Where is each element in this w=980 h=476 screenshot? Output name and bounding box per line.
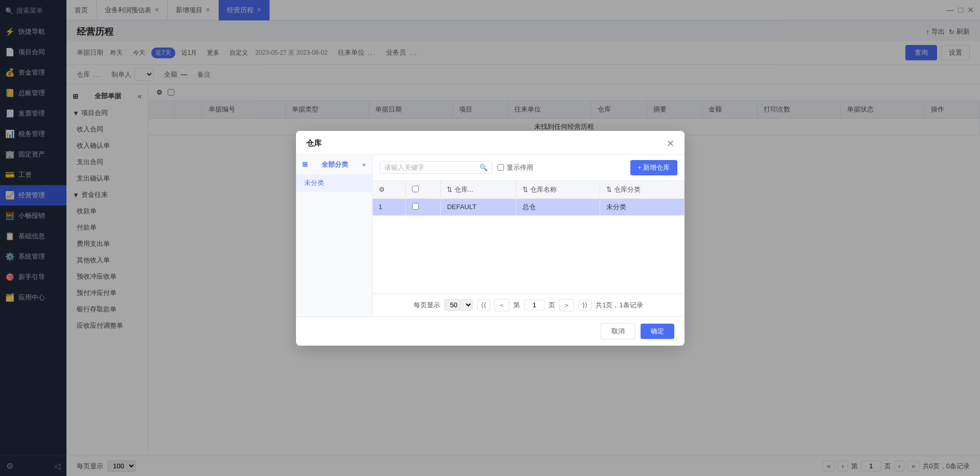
dialog-search-box: 🔍 <box>380 161 492 174</box>
cancel-button[interactable]: 取消 <box>601 323 635 339</box>
dialog-table-wrap: ⚙ ⇅ 仓库... ⇅ 仓库名称 ⇅ 仓库分类 1 DEFA <box>373 181 685 293</box>
dialog-left-header[interactable]: ⊞ 全部分类 « <box>296 155 372 174</box>
dialog-next-page-btn[interactable]: ＞ <box>559 299 574 311</box>
dialog-pagination: 每页显示 50 100 200 ⟨⟨ ＜ 第 页 ＞ ⟩⟩ 共1页，1条记录 <box>373 293 685 316</box>
dialog-toolbar: 🔍 显示停用 + 新增仓库 <box>373 155 685 181</box>
dialog-per-page-select[interactable]: 50 100 200 <box>444 299 473 311</box>
all-category-icon: ⊞ <box>302 161 308 168</box>
dialog-prev-page-btn[interactable]: ＜ <box>494 299 509 311</box>
dialog-body: ⊞ 全部分类 « 未分类 🔍 <box>296 155 685 316</box>
add-warehouse-button[interactable]: + 新增仓库 <box>630 160 677 175</box>
dialog-title: 仓库 <box>306 139 322 148</box>
table-row[interactable]: 1 DEFAULT 总仓 未分类 <box>373 198 685 215</box>
dialog-total-label: 共1页，1条记录 <box>596 301 643 310</box>
dialog-footer: 取消 确定 <box>296 316 685 346</box>
confirm-button[interactable]: 确定 <box>641 324 674 339</box>
show-disabled-label[interactable]: 显示停用 <box>497 163 533 172</box>
dialog-per-page-label: 每页显示 <box>414 301 440 310</box>
dialog-right-panel: 🔍 显示停用 + 新增仓库 ⚙ <box>373 155 685 316</box>
dialog-table: ⚙ ⇅ 仓库... ⇅ 仓库名称 ⇅ 仓库分类 1 DEFA <box>373 181 685 216</box>
dialog-page-label: 第 <box>513 301 520 310</box>
dialog-page-suffix: 页 <box>549 301 555 310</box>
dialog-overlay[interactable]: 仓库 ✕ ⊞ 全部分类 « 未分类 <box>0 0 980 476</box>
search-icon: 🔍 <box>480 164 488 171</box>
dialog-left-scroll: 未分类 <box>296 174 372 316</box>
dialog-col-category: ⇅ 仓库分类 <box>600 181 684 199</box>
row-index: 1 <box>373 198 406 215</box>
left-panel-collapse-icon[interactable]: « <box>362 161 366 168</box>
dialog-select-all[interactable] <box>412 186 419 192</box>
dialog-close-icon[interactable]: ✕ <box>667 138 674 149</box>
all-category-label: 全部分类 <box>322 160 348 169</box>
dialog-col-name: ⇅ 仓库名称 <box>516 181 600 199</box>
dialog-last-page-btn[interactable]: ⟩⟩ <box>578 300 591 310</box>
dialog-col-code: ⇅ 仓库... <box>441 181 516 199</box>
row-code: DEFAULT <box>441 198 516 215</box>
row-checkbox <box>406 198 441 215</box>
show-disabled-checkbox[interactable] <box>497 164 504 171</box>
warehouse-dialog: 仓库 ✕ ⊞ 全部分类 « 未分类 <box>296 131 685 346</box>
dialog-left-panel: ⊞ 全部分类 « 未分类 <box>296 155 373 316</box>
dialog-page-input[interactable] <box>524 300 544 310</box>
dialog-col-checkbox <box>406 181 441 199</box>
dialog-category-item-uncategorized[interactable]: 未分类 <box>296 174 372 192</box>
row-category: 未分类 <box>600 198 684 215</box>
dialog-search-input[interactable] <box>384 164 477 171</box>
row-select-checkbox[interactable] <box>412 203 419 210</box>
dialog-header: 仓库 ✕ <box>296 131 685 155</box>
dialog-first-page-btn[interactable]: ⟨⟨ <box>477 300 490 310</box>
dialog-col-settings: ⚙ <box>373 181 406 199</box>
row-name: 总仓 <box>516 198 600 215</box>
